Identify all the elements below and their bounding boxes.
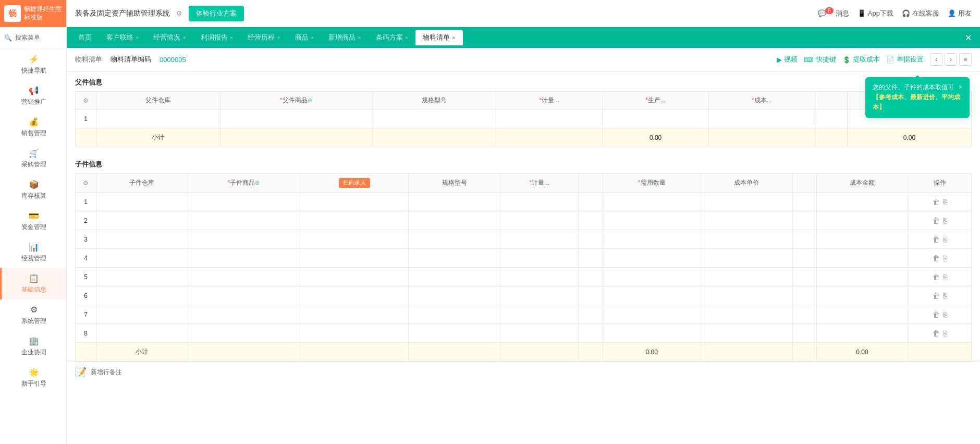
sidebar-item-quick-nav[interactable]: ⚡ 快捷导航 [0,49,66,80]
nav-next-btn[interactable]: › [945,53,957,66]
delete-icon-4[interactable]: 🗑 [933,254,940,262]
child-r2-goods[interactable] [188,211,300,230]
breadcrumb-parent[interactable]: 物料清单 [75,55,102,64]
parent-row-1-produce[interactable] [603,110,709,128]
quick-nav-icon: ⚡ [29,54,39,64]
tab-home[interactable]: 首页 [71,30,99,45]
tab-operations-close[interactable]: × [182,34,186,41]
parent-row-1-unit[interactable] [496,110,603,128]
sidebar-item-purchase[interactable]: 🛒 采购管理 [0,143,66,174]
nav-list-btn[interactable]: ≡ [959,53,972,66]
trial-button[interactable]: 体验行业方案 [189,6,244,21]
parent-row-1-goods[interactable] [220,110,372,128]
delete-icon-3[interactable]: 🗑 [933,235,940,244]
tab-barcode-close[interactable]: × [405,34,408,41]
tab-profit-close[interactable]: × [230,34,233,41]
user-icon: 👤 [948,9,956,17]
action-single-setting[interactable]: 📄 单据设置 [886,55,924,64]
main-area: 装备及固定资产辅助管理系统 ⚙ 体验行业方案 💬 6 消息 📱 App下载 🎧 … [67,0,980,444]
parent-col-settings[interactable]: ⚙ [76,92,96,110]
tab-new-goods-close[interactable]: × [358,34,361,41]
action-extract-cost[interactable]: 💲 提取成本 [842,55,880,64]
app-icon: 📱 [858,9,866,17]
sidebar-item-basic-info[interactable]: 📋 基础信息 [0,268,66,299]
copy-icon-1[interactable]: ⎘ [943,198,947,206]
parent-row-1-cost[interactable] [709,110,815,128]
tab-history-close[interactable]: × [277,34,280,41]
child-col-warehouse: 子件仓库 [96,174,188,193]
child-r1-unit-cost[interactable] [701,193,792,211]
delete-icon-7[interactable]: 🗑 [933,310,940,319]
child-r2-warehouse[interactable] [96,211,188,230]
sidebar-item-enterprise[interactable]: 🏢 企业协同 [0,331,66,362]
child-r1-warehouse[interactable] [96,193,188,211]
tab-new-goods[interactable]: 新增商品 × [321,30,368,45]
page-header: 物料清单 物料清单编码 0000005 ▶ 视频 ⌨ 快捷键 💲 提取成本 [67,48,980,71]
tab-bom[interactable]: 物料清单 × [415,30,462,45]
delete-icon-5[interactable]: 🗑 [933,273,940,281]
sidebar-item-guide[interactable]: 🌟 新手引导 [0,362,66,393]
search-icon: 🔍 [4,34,12,42]
parent-subtotal-cost: 0.00 [848,128,972,147]
tabs-close-all[interactable]: ✕ [961,33,976,43]
parent-row-1-warehouse[interactable] [96,110,220,128]
copy-icon-3[interactable]: ⎘ [943,235,947,244]
copy-icon-8[interactable]: ⎘ [943,329,947,338]
child-col-settings[interactable]: ⚙ [76,174,96,193]
tab-goods-close[interactable]: × [311,34,314,41]
parent-subtotal-c1 [220,128,372,147]
online-service-item[interactable]: 🎧 在线客服 [902,9,939,18]
copy-icon-5[interactable]: ⎘ [943,273,947,281]
sidebar-search[interactable]: 🔍 搜索菜单 [0,27,66,49]
tab-history[interactable]: 经营历程 × [240,30,287,45]
parent-info-section: 父件信息 ⚙ 父件仓库 *父件商品⊙ 规格型号 *计量... *生产... *成… [67,71,980,147]
tab-barcode[interactable]: 条码方案 × [369,30,415,45]
sidebar-item-operations[interactable]: 📊 经营管理 [0,237,66,268]
parent-col-goods: *父件商品⊙ [220,92,372,110]
sidebar-item-sales[interactable]: 💰 销售管理 [0,112,66,143]
child-col-scan[interactable]: 扫码录入 [300,174,409,193]
tab-bom-close[interactable]: × [452,34,455,41]
header-left: 装备及固定资产辅助管理系统 ⚙ 体验行业方案 [75,6,244,21]
sidebar-item-inventory[interactable]: 📦 库存核算 [0,174,66,206]
app-download-item[interactable]: 📱 App下载 [858,9,893,18]
nav-prev-btn[interactable]: ‹ [930,53,942,66]
child-r1-goods[interactable] [188,193,300,211]
scan-button[interactable]: 扫码录入 [339,178,370,188]
tab-customers-close[interactable]: × [136,34,139,41]
delete-icon-8[interactable]: 🗑 [933,329,940,338]
sidebar-item-finance[interactable]: 💳 资金管理 [0,206,66,237]
nav-tabs: 首页 客户联络 × 经营情况 × 利润报告 × 经营历程 × 商品 × 新增商品… [67,27,980,48]
child-r1-unit[interactable] [500,193,579,211]
parent-row-1-spec[interactable] [372,110,496,128]
delete-icon-2[interactable]: 🗑 [933,217,940,225]
copy-icon-6[interactable]: ⎘ [943,292,947,300]
add-row-label[interactable]: 新增行备注 [91,368,122,377]
action-view[interactable]: ▶ 视频 [777,55,798,64]
copy-icon-2[interactable]: ⎘ [943,217,947,225]
gear-icon[interactable]: ⚙ [176,9,182,17]
sidebar-item-system[interactable]: ⚙ 系统管理 [0,299,66,331]
tab-customers[interactable]: 客户联络 × [99,30,146,45]
copy-icon-4[interactable]: ⎘ [943,254,947,262]
child-subtotal-cost: 0.00 [816,343,908,362]
user-item[interactable]: 👤 用友 [948,9,972,18]
parent-col-spec: 规格型号 [372,92,496,110]
delete-icon-1[interactable]: 🗑 [933,198,940,206]
sidebar-item-marketing[interactable]: 📢 营销推广 [0,80,66,112]
child-col-qty: *需用数量 [603,174,701,193]
tab-profit[interactable]: 利润报告 × [193,30,240,45]
copy-icon-7[interactable]: ⎘ [943,310,947,319]
tab-operations[interactable]: 经营情况 × [146,30,193,45]
child-r1-e2 [792,193,816,211]
tooltip-close[interactable]: × [959,82,962,92]
delete-icon-6[interactable]: 🗑 [933,292,940,300]
child-r1-spec[interactable] [409,193,500,211]
child-r1-qty[interactable] [603,193,701,211]
tab-goods[interactable]: 商品 × [288,30,321,45]
child-col-action: 操作 [908,174,972,193]
message-item[interactable]: 💬 6 消息 [818,9,849,18]
search-menu-button[interactable]: 🔍 搜索菜单 [4,31,62,44]
action-shortcut[interactable]: ⌨ 快捷键 [804,55,836,64]
child-col-cost-amount: 成本金额 [816,174,908,193]
